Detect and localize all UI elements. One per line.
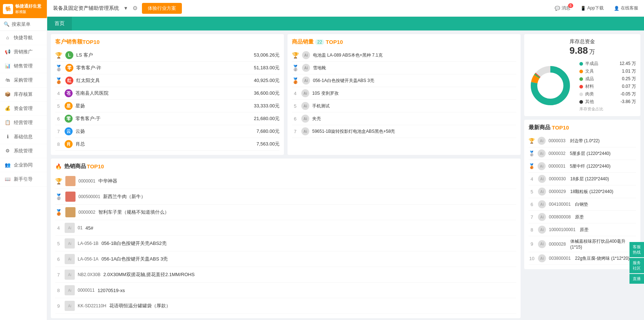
online-service-label: 在线客服 <box>621 5 638 11</box>
medal-icon: 🏆 <box>55 52 62 59</box>
product-name: 白钢垫 <box>575 201 588 208</box>
product-thumb-placeholder: Ai <box>301 127 309 135</box>
table-row: 4 苍 苍南县人民医院 36,600.00元 <box>55 87 280 100</box>
product-name: 18多层 (1220*2440) <box>570 176 609 182</box>
nav-label: 系统管理 <box>14 148 33 154</box>
sidebar-item-operations[interactable]: 📋 经营管理 <box>0 116 47 130</box>
sidebar-item-sales[interactable]: 📊 销售管理 <box>0 59 47 73</box>
product-code: 0000029 <box>549 189 566 194</box>
legend-item: 肉类 -0.05 万 <box>579 91 636 97</box>
legend-item: 成品 0.25 万 <box>579 76 636 82</box>
message-icon: 💬 <box>555 6 560 11</box>
rank-num: 9 <box>529 241 535 247</box>
service-community-button[interactable]: 服务社区 <box>629 258 644 273</box>
hot-products-title: 热销商品 <box>64 163 86 170</box>
product-thumbnail: Ai <box>65 223 75 233</box>
trial-button[interactable]: 体验行业方案 <box>142 3 182 14</box>
rank-num: 9 <box>55 303 62 309</box>
newest-products-card: 最新商品 TOP10 🏆 Ai 0000033 封边带 (1.0*22) 🥈 A… <box>524 120 640 269</box>
sidebar-item-cooperation[interactable]: 👥 企业协同 <box>0 158 47 172</box>
search-menu[interactable]: 🔍 搜索菜单 <box>0 18 47 31</box>
legend-dot <box>579 93 583 96</box>
product-name: 体械嘉枝味苏打饮品400毫升 (1*15) <box>570 238 636 250</box>
rank-num: 5 <box>292 103 298 109</box>
money-icon: 💰 <box>4 105 11 112</box>
sidebar-item-inventory[interactable]: 📦 库存核算 <box>0 87 47 102</box>
online-service-button[interactable]: 👤 在线客服 <box>614 5 638 11</box>
table-row: 6 Ai 004100001 白钢垫 <box>529 198 636 211</box>
newest-products-title: 最新商品 <box>529 124 550 131</box>
product-thumb-placeholder: Ai <box>538 200 546 208</box>
tab-home[interactable]: 首页 <box>47 17 72 30</box>
table-row: 8 Ai 10000100001 原垄 <box>529 223 636 236</box>
product-info: 手机测试 <box>312 103 516 109</box>
product-name: 花语萌恒温分罐罐袋（厚款） <box>109 303 171 309</box>
sidebar-item-purchase[interactable]: 🛍 采购管理 <box>0 73 47 87</box>
product-name: 智利车子里（规格不知道填什么） <box>98 209 169 216</box>
main-area: 装备及固定资产辅助管理系统 ▼ ⚙ 体验行业方案 💬 消息 6 📱 App下载 … <box>47 0 644 320</box>
product-code: 003800001 <box>549 256 571 261</box>
customer-ranking-card: 客户销售额 TOP10 🏆 L LS 客户 53,006.26元 🥈 零 零售客… <box>51 34 284 155</box>
hot-products-card: 🔥 热销商品 TOP10 🏆 0000001 中华神器 🥈 000500001 … <box>51 159 521 318</box>
product-thumb-placeholder: Ai <box>538 149 546 157</box>
table-row: 🥈 零 零售客户-许 51,183.00元 <box>55 62 280 74</box>
product-ranking-badge: 22 <box>315 39 324 45</box>
rank-num: 8 <box>529 227 535 233</box>
product-thumb-placeholder: Ai <box>538 175 546 183</box>
product-thumbnail: Ai <box>65 285 75 295</box>
placeholder-text: Ai <box>68 288 72 292</box>
product-code: 0000031 <box>549 164 566 169</box>
sidebar-item-basic-info[interactable]: ℹ 基础信息 <box>0 130 47 144</box>
table-row: 4 Ai 0000030 18多层 (1220*2440) <box>529 173 636 185</box>
table-row: 8 Ai 0000011 12070519-xs <box>55 283 516 298</box>
megaphone-icon: 📢 <box>4 49 11 55</box>
hot-products-header: 🔥 热销商品 TOP10 <box>55 163 516 170</box>
legend-dot <box>579 62 583 66</box>
sidebar: 畅 畅捷通好生意 标准版 🔍 搜索菜单 ⌂ 快捷导航 📢 营销推广 📊 销售管理… <box>0 0 47 320</box>
rank-num: 4 <box>55 225 62 231</box>
legend-value: 12.45 万 <box>620 61 636 67</box>
mobile-icon: 📱 <box>580 6 586 11</box>
bag-icon: 🛍 <box>4 77 11 83</box>
live-button[interactable]: 直播 <box>629 274 644 284</box>
table-row: 🥈 Ai 0000032 5厘多层 (1220*2440) <box>529 147 636 160</box>
table-row: 🥉 Ai 0000031 5厘中纤 (1220*2440) <box>529 160 636 173</box>
rank-amount: 40,925.00元 <box>254 77 280 84</box>
dropdown-icon[interactable]: ▼ <box>123 5 128 11</box>
donut-chart <box>529 64 572 108</box>
nav-tabs: 首页 <box>47 17 644 30</box>
sidebar-item-home[interactable]: ⌂ 快捷导航 <box>0 31 47 45</box>
sidebar-item-marketing[interactable]: 📢 营销推广 <box>0 45 47 59</box>
info-icon: ℹ <box>4 134 11 140</box>
legend-label: 肉类 <box>585 91 594 97</box>
app-download-button[interactable]: 📱 App下载 <box>580 5 604 11</box>
rank-num: 8 <box>55 288 62 293</box>
legend-value: 0.07 万 <box>622 83 636 90</box>
nav-label: 销售管理 <box>14 63 33 69</box>
product-name: 原垄 <box>580 227 588 233</box>
nav-label: 新手引导 <box>14 176 33 182</box>
rank-num: 5 <box>529 189 535 194</box>
product-info: 电池盖 LA-089 ABS本色+黑种 7.1克 <box>313 52 516 58</box>
nav-label: 库存核算 <box>14 91 33 98</box>
table-row: 4 Ai 10S 变刹罗孜 <box>292 87 516 100</box>
product-name: 5厘多层 (1220*2440) <box>570 151 611 157</box>
product-thumb-placeholder: Ai <box>538 137 546 145</box>
legend-label: 半成品 <box>585 61 598 67</box>
customer-service-button[interactable]: 客服热线 <box>629 242 644 257</box>
legend-dot <box>579 70 583 73</box>
rank-num: 7 <box>529 214 535 220</box>
product-name: 056-1A白色按键开关盖ABS 3壳 <box>101 256 168 262</box>
product-thumbnail: Ai <box>65 254 75 264</box>
sidebar-item-guide[interactable]: 📖 新手引导 <box>0 172 47 186</box>
product-name: 2.0X30MM双搓花轴,搓花直径2.1MM/ROHS <box>103 271 195 278</box>
product-name: 原垄 <box>575 214 584 220</box>
product-code: 000500001 <box>78 194 100 199</box>
product-thumb-placeholder: Ai <box>538 226 546 234</box>
table-row: 6 零 零售客户-于 21,680.00元 <box>55 112 280 125</box>
sidebar-item-finance[interactable]: 💰 资金管理 <box>0 102 47 116</box>
sidebar-item-system[interactable]: ⚙ 系统管理 <box>0 144 47 158</box>
message-button[interactable]: 💬 消息 6 <box>555 5 570 11</box>
table-row: 5 Ai 0000029 18颗粒板 (1220*2440) <box>529 185 636 198</box>
settings-icon[interactable]: ⚙ <box>133 5 138 12</box>
